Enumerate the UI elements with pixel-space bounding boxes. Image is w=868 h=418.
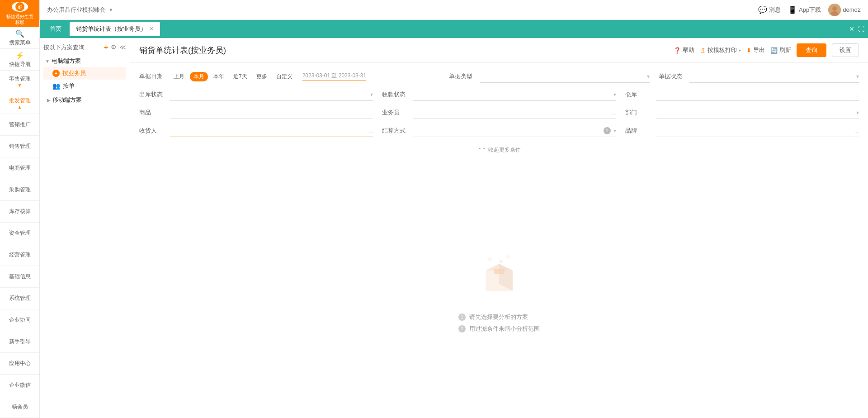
warehouse-input[interactable]: ... [656, 88, 859, 101]
doc-status-chevron-icon: ▾ [856, 73, 859, 80]
export-label: 导出 [753, 46, 765, 54]
salesperson-input[interactable]: ... [413, 106, 616, 119]
add-scheme-icon[interactable]: + [104, 43, 108, 52]
print-button[interactable]: 🖨 按模板打印 ▾ [700, 46, 741, 54]
scheme-active-icon: ● [52, 70, 60, 77]
sidebar-item-purchase[interactable]: 采购管理 [0, 179, 40, 201]
date-range-text[interactable]: 2023-03-01 至 2023-03-31 [302, 72, 366, 81]
warehouse-label: 仓库 [625, 90, 652, 99]
sidebar-item-member[interactable]: 畅会员 [0, 396, 40, 418]
date-tab-this-year[interactable]: 本年 [210, 72, 228, 81]
message-button[interactable]: 💬 消息 [758, 5, 781, 14]
settle-clear-button[interactable]: × [604, 127, 611, 134]
chevron-down-icon: ▼ [18, 83, 22, 88]
tab-home[interactable]: 首页 [43, 22, 68, 36]
message-icon: 💬 [758, 5, 767, 14]
expand-window-icon[interactable]: ⛶ [858, 25, 864, 33]
sidebar-item-wholesale[interactable]: 批发管理 ▲ [0, 92, 40, 114]
refresh-button[interactable]: 🔄 刷新 [770, 46, 791, 54]
sidebar-item-enterprise-wechat[interactable]: 企业微信 [0, 375, 40, 396]
filter-item-date: 单据日期 上月 本月 本年 近7天 更多 自定义 2023-03-01 至 20… [139, 72, 440, 81]
settle-input[interactable]: × ▾ [413, 124, 616, 137]
sales-label: 销售管理 [9, 142, 31, 150]
recipient-input[interactable]: ... [170, 124, 373, 137]
sidebar-item-finance[interactable]: 资金管理 [0, 223, 40, 244]
svg-point-11 [500, 260, 503, 263]
settings-scheme-icon[interactable]: ⚙ [111, 43, 117, 52]
sidebar-item-basic[interactable]: 基础信息 [0, 266, 40, 288]
scheme-actions: + ⚙ ≪ [104, 43, 126, 52]
sidebar-item-marketing[interactable]: 营销推广 [0, 114, 40, 136]
filter-item-recipient: 收货人 ... [139, 124, 373, 137]
print-icon: 🖨 [700, 47, 706, 54]
empty-tip-2: 2 用过滤条件来缩小分析范围 [458, 325, 540, 333]
date-tab-more[interactable]: 更多 [253, 72, 271, 81]
brand-input[interactable]: ... [656, 124, 859, 137]
receipt-status-input[interactable]: ▾ [413, 88, 616, 101]
ecommerce-label: 电商管理 [9, 164, 31, 172]
filter-item-brand: 品牌 ... [625, 124, 859, 137]
sidebar: 好 畅捷通好生意 标版 🔍 搜索菜单 ⚡ 快捷导航 零售管理 ▼ 批发管理 ▲ … [0, 0, 40, 418]
dept-chevron-icon: ▾ [856, 109, 859, 116]
mobile-scheme-group-header[interactable]: ▶ 移动端方案 [43, 94, 126, 106]
pc-scheme-group-header[interactable]: ▼ 电脑端方案 [43, 55, 126, 67]
sidebar-item-quick-nav[interactable]: ⚡ 快捷导航 [0, 49, 40, 71]
product-input[interactable]: ... [170, 106, 373, 119]
sidebar-item-ecommerce[interactable]: 电商管理 [0, 157, 40, 179]
sidebar-item-app-center[interactable]: 应用中心 [0, 353, 40, 375]
svg-point-9 [488, 257, 492, 261]
doc-status-input[interactable]: ▾ [689, 70, 859, 83]
sidebar-item-newbie[interactable]: 新手引导 [0, 331, 40, 353]
sidebar-item-operations[interactable]: 经营管理 [0, 244, 40, 266]
tab-close-icon[interactable]: ✕ [149, 26, 154, 32]
query-button[interactable]: 查询 [797, 43, 826, 57]
settings-button[interactable]: 设置 [832, 43, 859, 57]
sidebar-item-inventory[interactable]: 库存核算 [0, 201, 40, 223]
logo-icon: 好 [12, 2, 28, 12]
dept-input[interactable]: ▾ [656, 106, 859, 119]
sidebar-item-search[interactable]: 🔍 搜索菜单 [0, 27, 40, 49]
mobile-group-arrow: ▶ [47, 98, 51, 103]
newbie-label: 新手引导 [9, 338, 31, 346]
filter-item-warehouse: 仓库 ... [625, 88, 859, 101]
close-window-icon[interactable]: ✕ [849, 25, 854, 33]
doc-type-input[interactable]: ▾ [480, 70, 649, 83]
out-status-chevron-icon: ▾ [370, 91, 373, 98]
collapse-panel-icon[interactable]: ≪ [119, 43, 126, 52]
right-content: 销货单统计表(按业务员) ❓ 帮助 🖨 按模板打印 ▾ ⬇ 导出 [130, 38, 868, 418]
doc-type-chevron-icon: ▾ [647, 73, 650, 80]
date-tab-this-month[interactable]: 本月 [190, 72, 208, 81]
filter-row-4: 收货人 ... 结算方式 × ▾ [139, 124, 859, 137]
date-tab-last-month[interactable]: 上月 [170, 72, 188, 81]
help-button[interactable]: ❓ 帮助 [674, 46, 694, 54]
dept-label: 部门 [625, 109, 652, 117]
recipient-label: 收货人 [139, 127, 166, 135]
sidebar-item-label: 快捷导航 [9, 61, 31, 68]
date-tab-7days[interactable]: 近7天 [230, 72, 251, 81]
pc-scheme-group: ▼ 电脑端方案 ● 按业务员 👥 按单 [43, 55, 126, 92]
warehouse-dots-icon: ... [854, 91, 859, 98]
workspace-dropdown-icon[interactable]: ▾ [109, 6, 113, 13]
print-label: 按模板打印 [708, 46, 737, 54]
collapse-bar[interactable]: ⌃⌃ 收起更多条件 [139, 142, 859, 157]
export-icon: ⬇ [746, 47, 751, 54]
sidebar-item-sales[interactable]: 销售管理 [0, 136, 40, 157]
out-status-input[interactable]: ▾ [170, 88, 373, 101]
sidebar-item-enterprise[interactable]: 企业协同 [0, 309, 40, 331]
print-dropdown-icon: ▾ [739, 48, 741, 53]
help-icon: ❓ [674, 47, 681, 54]
sidebar-item-system[interactable]: 系统管理 [0, 288, 40, 309]
tab-sales-stats[interactable]: 销货单统计表（按业务员） ✕ [70, 22, 160, 36]
export-button[interactable]: ⬇ 导出 [746, 46, 765, 54]
finance-label: 资金管理 [9, 229, 31, 237]
scheme-item-by-order[interactable]: 👥 按单 [43, 80, 126, 92]
date-tab-custom[interactable]: 自定义 [273, 72, 296, 81]
user-profile[interactable]: demo2 [828, 4, 861, 16]
doc-type-label: 单据类型 [449, 72, 476, 81]
sidebar-item-retail[interactable]: 零售管理 ▼ [0, 71, 40, 92]
svg-rect-8 [494, 269, 505, 274]
scheme-item-by-salesperson[interactable]: ● 按业务员 [43, 67, 126, 80]
app-download-button[interactable]: 📱 App下载 [788, 5, 821, 14]
filter-item-doc-type: 单据类型 ▾ [449, 70, 649, 83]
scheme-salesperson-label: 按业务员 [62, 69, 86, 77]
